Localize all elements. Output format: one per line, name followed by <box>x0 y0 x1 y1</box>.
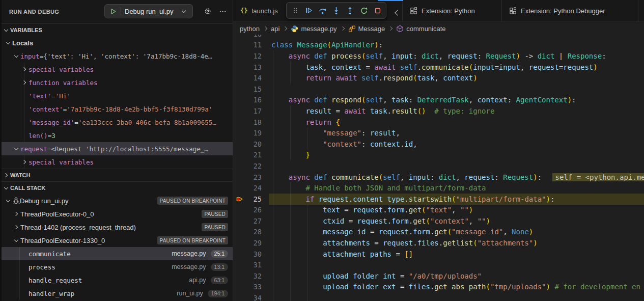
chevron-down-icon[interactable] <box>180 7 188 15</box>
breadcrumb-item[interactable]: Message <box>348 25 385 33</box>
editor-tab[interactable]: Extension: Python <box>402 0 502 21</box>
continue-button[interactable] <box>302 4 316 17</box>
glyph-margin[interactable] <box>233 107 246 115</box>
code-line[interactable]: 29 attachments = request.files.getlist("… <box>233 237 644 249</box>
editor-gutter[interactable]: 24 <box>233 182 271 194</box>
glyph-margin[interactable] <box>233 85 246 93</box>
editor-gutter[interactable]: 20 <box>233 139 271 150</box>
editor-gutter[interactable]: 10 <box>233 35 271 40</box>
chevron-down-icon[interactable] <box>4 39 12 47</box>
editor-gutter[interactable]: 19 <box>233 127 271 139</box>
callstack-row[interactable]: Thread-1402 (process_request_thread)PAUS… <box>0 221 233 234</box>
code-editor[interactable]: 1011class Message(ApiHandler):12 async d… <box>233 35 644 301</box>
code-line[interactable]: 14 return await self.respond(task, conte… <box>233 72 644 84</box>
step-into-button[interactable] <box>329 4 343 17</box>
code-line[interactable]: 24 # Handle both JSON and multipart/form… <box>233 182 644 194</box>
code-line[interactable]: 11class Message(ApiHandler): <box>233 40 644 51</box>
glyph-margin[interactable] <box>233 162 246 170</box>
chevron-right-icon[interactable] <box>20 78 29 87</box>
code-line[interactable]: 22 <box>233 160 644 172</box>
play-icon[interactable] <box>109 8 117 15</box>
code-line[interactable]: 26 text = request.form.get("text", "") <box>233 205 644 216</box>
callstack-row[interactable]: ThreadPoolExecutor-1330_0PAUSED ON BREAK… <box>0 234 233 247</box>
editor-gutter[interactable]: 27 <box>233 215 271 227</box>
variables-section-header[interactable]: VARIABLES <box>0 23 233 36</box>
watch-section-header[interactable]: WATCH <box>0 169 233 181</box>
variable-row[interactable]: function variables <box>0 76 233 89</box>
stop-button[interactable] <box>371 4 384 17</box>
debug-config-label[interactable]: Debug run_ui.py <box>125 8 176 15</box>
code-line[interactable]: 13 task, context = await self.communicat… <box>233 62 644 73</box>
variable-row[interactable]: len() = 3 <box>0 129 233 142</box>
code-line[interactable]: 10 <box>233 35 644 40</box>
callstack-frame[interactable]: communicatemessage.py25:1 <box>0 247 233 260</box>
chevron-down-icon[interactable] <box>12 52 20 60</box>
chevron-right-icon[interactable] <box>20 158 29 166</box>
more-actions-icon[interactable] <box>219 8 227 15</box>
variable-row[interactable]: 'message_id' = 'ea133ccc-3ba0-406c-befa-… <box>0 116 233 129</box>
restart-button[interactable] <box>357 4 371 17</box>
editor-gutter[interactable]: 30 <box>233 249 271 260</box>
glyph-margin[interactable] <box>233 41 246 49</box>
code-line[interactable]: 21 } <box>233 150 644 161</box>
breadcrumb-item[interactable]: api <box>271 25 279 33</box>
editor-gutter[interactable]: 32 <box>233 270 271 282</box>
gripper-button[interactable] <box>288 4 302 17</box>
variable-row[interactable]: request = <Request 'http://localhost:555… <box>0 142 233 155</box>
chevron-down-icon[interactable] <box>2 26 10 34</box>
glyph-margin[interactable] <box>233 250 246 258</box>
glyph-margin[interactable] <box>233 118 246 126</box>
editor-gutter[interactable]: 26 <box>233 205 271 216</box>
chevron-right-icon[interactable] <box>20 65 29 73</box>
glyph-margin[interactable] <box>233 206 246 214</box>
glyph-margin[interactable] <box>233 272 246 280</box>
editor-gutter[interactable]: 13 <box>233 62 271 73</box>
variable-row[interactable]: input = {'text': 'Hi', 'context': '7a17b… <box>0 49 233 63</box>
code-line[interactable]: 27 ctxid = request.form.get("context", "… <box>233 215 644 227</box>
glyph-margin[interactable] <box>233 63 246 71</box>
code-line[interactable]: 32 upload_folder_int = "/a0/tmp/uploads" <box>233 270 644 282</box>
code-line[interactable]: 17 result = await task.result() # type: … <box>233 105 644 117</box>
editor-gutter[interactable]: 12 <box>233 50 271 62</box>
glyph-margin[interactable] <box>233 228 246 236</box>
callstack-row[interactable]: ThreadPoolExecutor-0_0PAUSED <box>0 207 233 221</box>
tab-overflow-chevron[interactable] <box>396 8 400 17</box>
step-over-button[interactable] <box>316 4 329 17</box>
editor-gutter[interactable]: 34 <box>233 292 271 301</box>
chevron-right-icon[interactable] <box>12 223 20 231</box>
glyph-margin[interactable] <box>233 217 246 225</box>
step-out-button[interactable] <box>343 4 357 17</box>
code-line[interactable]: 25 if request.content_type.startswith("m… <box>233 194 644 205</box>
chevron-right-icon[interactable] <box>2 171 10 179</box>
code-line[interactable]: 20 "context": context.id, <box>233 139 644 150</box>
editor-gutter[interactable]: 11 <box>233 40 271 51</box>
glyph-margin[interactable] <box>233 173 246 181</box>
code-line[interactable]: 33 upload_folder_ext = files.get_abs_pat… <box>233 282 644 293</box>
glyph-margin[interactable] <box>233 184 246 192</box>
breadcrumb-item[interactable]: message.py <box>291 25 337 33</box>
chevron-right-icon[interactable] <box>12 210 20 218</box>
callstack-frame[interactable]: handle_requestapi.py63:1 <box>0 273 233 287</box>
editor-gutter[interactable]: 29 <box>233 237 271 249</box>
variable-row[interactable]: special variables <box>0 155 233 169</box>
glyph-margin[interactable] <box>233 283 246 291</box>
editor-gutter[interactable]: 21 <box>233 150 271 161</box>
code-line[interactable]: 15 <box>233 84 644 95</box>
editor-gutter[interactable]: 28 <box>233 227 271 238</box>
editor-gutter[interactable]: 33 <box>233 282 271 293</box>
code-line[interactable]: 18 return { <box>233 117 644 128</box>
editor-gutter[interactable]: 22 <box>233 160 271 172</box>
variable-row[interactable]: 'context' = '7a17bb9c-18d8-4e2b-bbf5-f3f… <box>0 102 233 116</box>
editor-tab[interactable]: {}launch.js <box>233 0 289 21</box>
code-line[interactable]: 16 async def respond(self, task: Deferre… <box>233 95 644 106</box>
code-line[interactable]: 28 message_id = request.form.get("messag… <box>233 227 644 238</box>
code-line[interactable]: 34 <box>233 292 644 301</box>
glyph-margin[interactable] <box>233 239 246 247</box>
glyph-margin[interactable] <box>233 74 246 82</box>
editor-gutter[interactable]: 14 <box>233 72 271 84</box>
chevron-down-icon[interactable] <box>12 236 20 244</box>
code-line[interactable]: 31 <box>233 259 644 270</box>
code-line[interactable]: 12 async def process(self, input: dict, … <box>233 50 644 62</box>
glyph-margin[interactable] <box>233 261 246 269</box>
editor-gutter[interactable]: 16 <box>233 95 271 106</box>
